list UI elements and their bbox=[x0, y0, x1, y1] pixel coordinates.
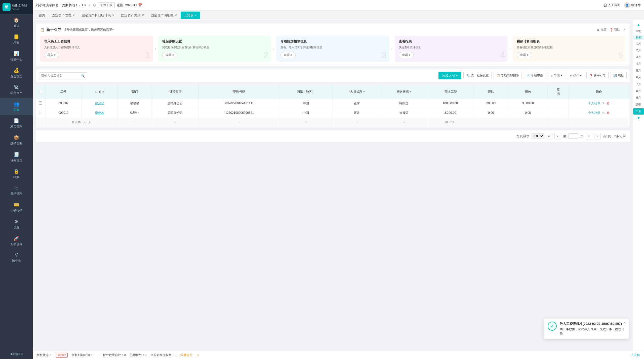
sidebar-item-payroll[interactable]: 👥 工资 bbox=[0, 98, 33, 115]
name-link-0[interactable]: 徐泽华 bbox=[95, 101, 104, 105]
avatar: 👤 bbox=[624, 2, 630, 8]
page-input[interactable]: 1 bbox=[568, 133, 578, 139]
sidebar-item-settings[interactable]: ⚙ 设置 bbox=[0, 216, 33, 233]
cal-month-9月[interactable]: 9月 bbox=[633, 95, 644, 101]
sidebar-item-tax[interactable]: 🧾 税务管理 bbox=[0, 149, 33, 166]
export-button[interactable]: ⬆ 导出 ▾ bbox=[548, 72, 565, 79]
next-page-button[interactable]: › bbox=[586, 133, 592, 139]
row-select-0[interactable] bbox=[39, 101, 42, 105]
toast-close-button[interactable]: ✕ bbox=[623, 321, 626, 325]
add-dropdown-icon[interactable]: ▾ bbox=[456, 74, 458, 77]
tax-filing-button[interactable]: 🧾 个税申报 bbox=[524, 72, 546, 79]
cal-next-button[interactable]: ▼ bbox=[636, 115, 641, 121]
tab-close-asset-detail[interactable]: ✕ bbox=[175, 14, 177, 17]
cal-month-11月[interactable]: 11月 bbox=[633, 108, 644, 115]
step-btn-1[interactable]: 导入 > bbox=[44, 52, 59, 58]
social-security-button[interactable]: 🔧 统一社保设置 bbox=[463, 72, 492, 79]
recharge-link[interactable]: 去充值 bbox=[631, 353, 640, 357]
add-person-button[interactable]: 添加人员 ▾ bbox=[438, 72, 461, 79]
cal-month-3月[interactable]: 3月 bbox=[633, 54, 644, 60]
operations-button[interactable]: ⚙ 操作 ▾ bbox=[567, 72, 584, 79]
addon-deduction-button[interactable]: 📋 专项附加扣除 bbox=[494, 72, 522, 79]
tab-close-fixed-assets[interactable]: ✕ bbox=[72, 14, 75, 17]
social-link-1[interactable]: 个人社保 bbox=[588, 111, 600, 115]
sidebar-item-funds[interactable]: 💰 资金管理 bbox=[0, 65, 33, 82]
sidebar-item-close[interactable]: 🔒 结账 bbox=[0, 166, 33, 182]
sidebar-item-archive[interactable]: 🗂 归档管理 bbox=[0, 182, 33, 199]
sidebar-item-guide[interactable]: 🚀 新手引导 bbox=[0, 233, 33, 249]
last-page-button[interactable]: » bbox=[594, 133, 601, 139]
account-selector[interactable]: 刘小艳演示账套（勿删勿动！）1 ▾ bbox=[36, 3, 86, 8]
account-dropdown-icon[interactable]: ▾ bbox=[84, 3, 86, 7]
help-link[interactable]: ❓ 帮助 bbox=[610, 28, 620, 32]
status-filter-icon[interactable]: ▾ bbox=[363, 90, 365, 93]
sidebar-item-reports[interactable]: 📊 报表中心 bbox=[0, 48, 33, 65]
per-page-select[interactable]: 10 20 50 bbox=[532, 133, 544, 139]
cal-prev-button[interactable]: ▲ bbox=[636, 22, 641, 28]
cal-month-5月[interactable]: 5月 bbox=[633, 68, 644, 74]
sidebar-item-member[interactable]: V 畅会员 bbox=[0, 249, 33, 266]
cal-month-10月[interactable]: 10月 bbox=[633, 101, 644, 108]
used-auth: 已用授权：0 bbox=[130, 353, 147, 357]
tab-asset-category[interactable]: 固定资产类别 ✕ bbox=[118, 12, 147, 19]
cal-month-4月[interactable]: 4月 bbox=[633, 61, 644, 67]
tab-fixed-assets[interactable]: 固定资产管理 ✕ bbox=[49, 12, 78, 19]
video-link[interactable]: ▶ 视频 bbox=[597, 28, 607, 32]
cal-month-8月[interactable]: 8月 bbox=[633, 88, 644, 94]
name-link-1[interactable]: 李俊杰 bbox=[95, 111, 104, 115]
cal-month-7月[interactable]: 7月 bbox=[633, 81, 644, 87]
sidebar-item-home[interactable]: 🏠 首页 bbox=[0, 14, 33, 31]
tab-home[interactable]: 首页 bbox=[36, 12, 48, 19]
payroll-table-element: 工号 ⇅ *姓名 *部门 *证照类型 *证照号码 国籍（地区） *人员状态 bbox=[36, 85, 630, 127]
step-btn-5[interactable]: 查看 > bbox=[517, 52, 532, 58]
prev-page-button[interactable]: ‹ bbox=[554, 133, 561, 139]
th-allowance: 津贴 bbox=[474, 85, 508, 99]
cal-month-1月[interactable]: 1月 bbox=[633, 40, 644, 47]
remain-auth: 当前剩余授权数：0 bbox=[150, 353, 176, 357]
first-page-button[interactable]: « bbox=[546, 133, 552, 139]
switch-version-button[interactable]: 切到旧版 bbox=[98, 2, 115, 8]
nav-label-guide: 新手引导 bbox=[10, 242, 22, 246]
delete-icon-0[interactable]: 🗑 bbox=[607, 101, 610, 105]
search-icon[interactable]: 🔍 bbox=[80, 74, 85, 78]
tab-depreciation[interactable]: 固定资产折旧统计表 ✕ bbox=[78, 12, 117, 19]
select-all-checkbox[interactable] bbox=[39, 90, 42, 93]
ops-dropdown-icon[interactable]: ▾ bbox=[580, 74, 582, 77]
th-id-type: *证照类型 bbox=[151, 85, 198, 99]
search-input[interactable] bbox=[41, 74, 79, 77]
sidebar-item-inventory[interactable]: 📦 进销台账 bbox=[0, 132, 33, 149]
report-filter-icon[interactable]: ▾ bbox=[410, 90, 411, 93]
export-dropdown-icon[interactable]: ▾ bbox=[561, 74, 562, 77]
wizard-close-button[interactable]: ✕ bbox=[623, 28, 626, 32]
step-btn-4[interactable]: 查看 > bbox=[399, 52, 414, 58]
calendar-icon[interactable]: 📅 bbox=[138, 3, 142, 7]
step-btn-3[interactable]: 查看 > bbox=[280, 52, 296, 58]
step-btn-2[interactable]: 设置 > bbox=[162, 52, 177, 58]
customer-service-button[interactable]: 🎧 人工咨询 bbox=[603, 3, 620, 7]
tab-close-payroll[interactable]: ✕ bbox=[194, 14, 197, 17]
wizard-step-3: 专项附加扣除信息 查看、导入员工专项附加扣除信息 查看 > 3 bbox=[276, 36, 389, 62]
unfix-button[interactable]: ◀取消固定 bbox=[2, 352, 31, 356]
tab-close-depreciation[interactable]: ✕ bbox=[112, 14, 114, 17]
refresh-button[interactable]: 🔄 刷新 bbox=[611, 72, 627, 79]
user-info[interactable]: 👤 徐泽华 bbox=[624, 2, 641, 8]
edit-icon-0[interactable]: ✎ bbox=[602, 101, 605, 105]
tab-asset-detail[interactable]: 固定资产明细账 ✕ bbox=[148, 12, 180, 19]
add-account-button[interactable]: + bbox=[88, 3, 90, 8]
sidebar-item-ledger[interactable]: 📒 总账 bbox=[0, 31, 33, 48]
cal-month-12月[interactable]: 12月 bbox=[633, 28, 644, 34]
sidebar-item-expenses[interactable]: 💳 小畅报销 bbox=[0, 199, 33, 216]
cal-month-2月[interactable]: 2月 bbox=[633, 47, 644, 54]
tab-payroll[interactable]: 工资表 ✕ bbox=[181, 12, 200, 19]
row-select-1[interactable] bbox=[39, 111, 42, 114]
edit-icon-1[interactable]: ✎ bbox=[602, 111, 605, 115]
sidebar-item-fixed-assets[interactable]: 🏗 固定资产 bbox=[0, 82, 33, 98]
tab-close-asset-category[interactable]: ✕ bbox=[142, 14, 144, 17]
sidebar-item-invoicing[interactable]: 📄 发票管理 bbox=[0, 115, 33, 132]
delete-icon-1[interactable]: 🗑 bbox=[607, 111, 610, 115]
th-id-no: *证照号码 bbox=[198, 85, 279, 99]
cal-month-6月[interactable]: 6月 bbox=[633, 74, 644, 81]
settings-button[interactable]: ⚙ bbox=[93, 3, 96, 8]
guide-button[interactable]: ❓ 新手引导 bbox=[586, 72, 609, 79]
social-link-0[interactable]: 个人社保 bbox=[588, 101, 600, 106]
